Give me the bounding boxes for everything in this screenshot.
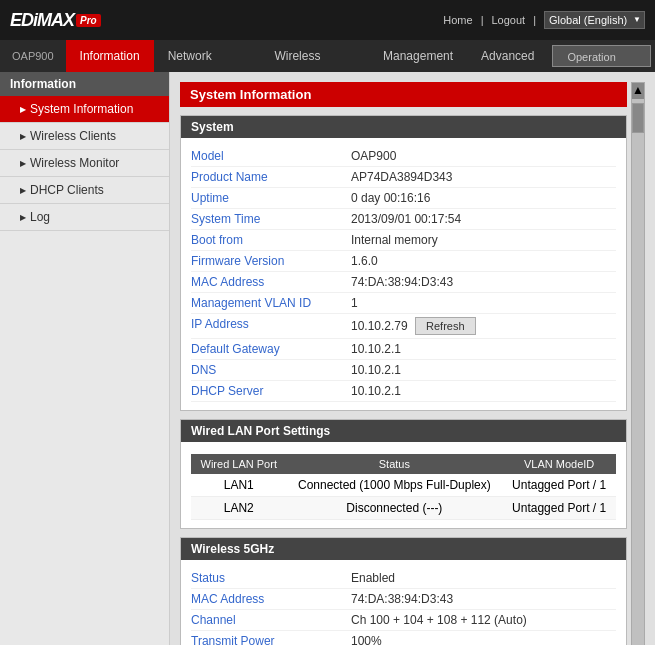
field-firmware-version: Firmware Version 1.6.0 <box>191 251 616 272</box>
nav-separator: | <box>481 14 484 26</box>
value-channel: Ch 100 + 104 + 108 + 112 (Auto) <box>351 613 616 627</box>
nav-tab-wireless-settings[interactable]: Wireless Settings <box>260 40 369 72</box>
label-mgmt-vlan-id: Management VLAN ID <box>191 296 351 310</box>
col-wired-lan-port: Wired LAN Port <box>191 454 287 474</box>
label-product-name: Product Name <box>191 170 351 184</box>
label-model: Model <box>191 149 351 163</box>
nav-tab-advanced[interactable]: Advanced <box>467 40 548 72</box>
field-mgmt-vlan-id: Management VLAN ID 1 <box>191 293 616 314</box>
field-ip-address: IP Address 10.10.2.79 Refresh <box>191 314 616 339</box>
sidebar-section-information[interactable]: Information <box>0 72 169 96</box>
lan1-port: LAN1 <box>191 474 287 497</box>
label-wireless-mac: MAC Address <box>191 592 351 606</box>
lan-table-header-row: Wired LAN Port Status VLAN ModeID <box>191 454 616 474</box>
system-section-header: System <box>181 116 626 138</box>
nav-tab-management[interactable]: Management <box>369 40 467 72</box>
value-mgmt-vlan-id: 1 <box>351 296 616 310</box>
field-mac-address: MAC Address 74:DA:38:94:D3:43 <box>191 272 616 293</box>
label-wireless-status: Status <box>191 571 351 585</box>
language-wrapper: Global (English) <box>544 11 645 29</box>
nav-tab-information[interactable]: Information <box>66 40 154 72</box>
main-nav: OAP900 Information Network Settings Wire… <box>0 40 655 72</box>
value-mac-address: 74:DA:38:94:D3:43 <box>351 275 616 289</box>
wired-lan-header: Wired LAN Port Settings <box>181 420 626 442</box>
value-system-time: 2013/09/01 00:17:54 <box>351 212 616 226</box>
page-title: System Information <box>180 82 627 107</box>
scroll-up-arrow[interactable]: ▲ <box>632 83 644 99</box>
label-ip-address: IP Address <box>191 317 351 335</box>
lan-table: Wired LAN Port Status VLAN ModeID LAN1 C… <box>191 454 616 520</box>
field-boot-from: Boot from Internal memory <box>191 230 616 251</box>
value-wireless-status: Enabled <box>351 571 616 585</box>
value-product-name: AP74DA3894D343 <box>351 170 616 184</box>
value-dns: 10.10.2.1 <box>351 363 616 377</box>
value-model: OAP900 <box>351 149 616 163</box>
lan1-status: Connected (1000 Mbps Full-Duplex) <box>287 474 503 497</box>
nav-tab-network-settings[interactable]: Network Settings <box>154 40 261 72</box>
language-select[interactable]: Global (English) <box>544 11 645 29</box>
label-dhcp-server: DHCP Server <box>191 384 351 398</box>
nav-tab-operation-mode[interactable]: Operation Mode <box>552 45 651 67</box>
logo-edimax-text: EDiMAX <box>10 10 74 31</box>
logo: EDiMAX Pro <box>10 10 101 31</box>
sidebar-item-wireless-clients[interactable]: Wireless Clients <box>0 123 169 150</box>
field-uptime: Uptime 0 day 00:16:16 <box>191 188 616 209</box>
label-dns: DNS <box>191 363 351 377</box>
sidebar-item-wireless-monitor[interactable]: Wireless Monitor <box>0 150 169 177</box>
label-transmit-power: Transmit Power <box>191 634 351 645</box>
logo-pro-badge: Pro <box>76 14 101 27</box>
logout-link[interactable]: Logout <box>491 14 525 26</box>
lan2-port: LAN2 <box>191 497 287 520</box>
field-wireless-status: Status Enabled <box>191 568 616 589</box>
field-wireless-mac: MAC Address 74:DA:38:94:D3:43 <box>191 589 616 610</box>
field-transmit-power: Transmit Power 100% <box>191 631 616 645</box>
wired-lan-section: Wired LAN Port Settings Wired LAN Port S… <box>180 419 627 529</box>
value-uptime: 0 day 00:16:16 <box>351 191 616 205</box>
label-boot-from: Boot from <box>191 233 351 247</box>
label-mac-address: MAC Address <box>191 275 351 289</box>
scrollbar[interactable]: ▲ ▼ <box>631 82 645 645</box>
sidebar-item-system-information[interactable]: System Information <box>0 96 169 123</box>
lan1-vlan: Untagged Port / 1 <box>502 474 616 497</box>
field-dhcp-server: DHCP Server 10.10.2.1 <box>191 381 616 402</box>
label-firmware-version: Firmware Version <box>191 254 351 268</box>
value-firmware-version: 1.6.0 <box>351 254 616 268</box>
field-product-name: Product Name AP74DA3894D343 <box>191 167 616 188</box>
label-system-time: System Time <box>191 212 351 226</box>
lan2-vlan: Untagged Port / 1 <box>502 497 616 520</box>
value-dhcp-server: 10.10.2.1 <box>351 384 616 398</box>
content-area: System Information System Model OAP900 P… <box>170 72 655 645</box>
sidebar-item-log[interactable]: Log <box>0 204 169 231</box>
value-default-gateway: 10.10.2.1 <box>351 342 616 356</box>
home-link[interactable]: Home <box>443 14 472 26</box>
field-system-time: System Time 2013/09/01 00:17:54 <box>191 209 616 230</box>
label-channel: Channel <box>191 613 351 627</box>
system-section: System Model OAP900 Product Name AP74DA3… <box>180 115 627 411</box>
label-uptime: Uptime <box>191 191 351 205</box>
label-default-gateway: Default Gateway <box>191 342 351 356</box>
nav-separator2: | <box>533 14 536 26</box>
scroll-thumb[interactable] <box>632 103 644 133</box>
header: EDiMAX Pro Home | Logout | Global (Engli… <box>0 0 655 40</box>
wireless-5ghz-body: Status Enabled MAC Address 74:DA:38:94:D… <box>181 560 626 645</box>
system-section-body: Model OAP900 Product Name AP74DA3894D343… <box>181 138 626 410</box>
refresh-button[interactable]: Refresh <box>415 317 476 335</box>
col-vlan-mode-id: VLAN ModeID <box>502 454 616 474</box>
table-row: LAN2 Disconnected (---) Untagged Port / … <box>191 497 616 520</box>
content-inner: System Information System Model OAP900 P… <box>180 82 627 645</box>
main-layout: Information System Information Wireless … <box>0 72 655 645</box>
sidebar-item-dhcp-clients[interactable]: DHCP Clients <box>0 177 169 204</box>
lan2-status: Disconnected (---) <box>287 497 503 520</box>
value-wireless-mac: 74:DA:38:94:D3:43 <box>351 592 616 606</box>
field-model: Model OAP900 <box>191 146 616 167</box>
value-boot-from: Internal memory <box>351 233 616 247</box>
sidebar: Information System Information Wireless … <box>0 72 170 645</box>
wireless-5ghz-header: Wireless 5GHz <box>181 538 626 560</box>
value-transmit-power: 100% <box>351 634 616 645</box>
wireless-5ghz-section: Wireless 5GHz Status Enabled MAC Address… <box>180 537 627 645</box>
table-row: LAN1 Connected (1000 Mbps Full-Duplex) U… <box>191 474 616 497</box>
header-right: Home | Logout | Global (English) <box>443 11 645 29</box>
value-ip-address: 10.10.2.79 Refresh <box>351 317 616 335</box>
device-label: OAP900 <box>0 50 66 62</box>
field-default-gateway: Default Gateway 10.10.2.1 <box>191 339 616 360</box>
